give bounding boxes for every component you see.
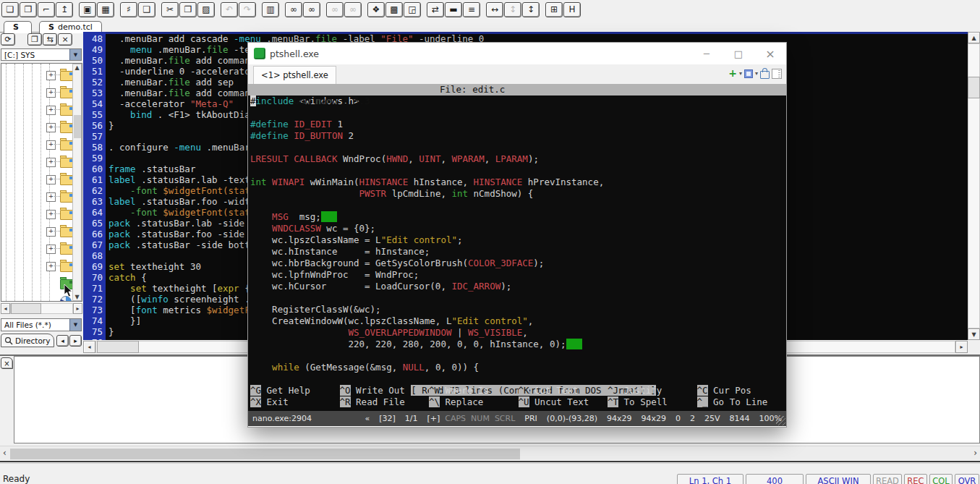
tree-row[interactable]: +	[1, 172, 82, 188]
tree-row[interactable]: +	[1, 103, 82, 119]
tree-row[interactable]: +	[1, 224, 82, 240]
tab-demo-tcl[interactable]: Sdemo.tcl	[39, 21, 102, 33]
conemu-titlebar[interactable]: ptshell.exe ─ □ ×	[248, 43, 786, 64]
expand-plus-icon[interactable]: +	[46, 106, 56, 115]
new-file-button[interactable]: ❏	[1, 2, 19, 17]
collapse-horizontal-button[interactable]: ↔	[486, 2, 503, 17]
copy-formatted-button[interactable]: ▩	[385, 2, 403, 17]
nano-shortcut[interactable]: ^T To Spell	[608, 396, 697, 408]
expand-plus-icon[interactable]: +	[46, 158, 56, 167]
expand-plus-icon[interactable]: +	[46, 192, 56, 202]
nano-terminal[interactable]: GNU nano 2.5.3 File: edit.c #include <wi…	[248, 84, 786, 411]
tree-row[interactable]: +	[1, 120, 82, 136]
tree-row[interactable]: +	[1, 190, 82, 205]
chevron-down-icon[interactable]: ▼	[69, 319, 81, 331]
editor-vscrollbar[interactable]: ▲ ▼	[968, 32, 980, 340]
tab-scroll-right-button[interactable]: ▸	[69, 335, 82, 347]
directory-tree[interactable]: ++++++++++++▲▼	[1, 63, 82, 302]
tree-vscrollbar[interactable]: ▲▼	[72, 64, 82, 301]
nano-shortcut[interactable]: ^X Exit	[250, 396, 340, 408]
nano-shortcut[interactable]: ^_ Go To Line	[697, 396, 787, 408]
save-all-button[interactable]: ▦	[97, 2, 114, 17]
scroll-thumb[interactable]	[97, 341, 139, 353]
dialog-window-button[interactable]: ⊞	[545, 2, 563, 17]
chevron-down-icon[interactable]: ▼	[69, 49, 81, 60]
export-button[interactable]: ◲	[404, 2, 421, 17]
chevron-down-icon[interactable]: ▾	[755, 70, 758, 77]
tree-row[interactable]: +	[1, 137, 82, 153]
expand-plus-icon[interactable]: +	[46, 245, 56, 254]
close-panel-button[interactable]: ×	[1, 357, 13, 369]
expand-plus-icon[interactable]: +	[46, 123, 56, 132]
sync-view-button[interactable]: ⇆	[43, 33, 57, 46]
tree-row[interactable]: +	[1, 242, 82, 258]
expand-plus-icon[interactable]: +	[46, 175, 56, 184]
scroll-thumb[interactable]	[74, 115, 81, 138]
find-replace-button[interactable]: ∞	[303, 2, 320, 17]
scroll-left-icon[interactable]: ◂	[83, 341, 95, 353]
nano-shortcut[interactable]: ^O Write Out	[340, 385, 430, 396]
nano-shortcut[interactable]: ^J Justify	[608, 385, 697, 396]
help-button[interactable]: H	[563, 2, 581, 17]
find-button[interactable]: ∞	[285, 2, 302, 17]
expand-plus-icon[interactable]: +	[46, 88, 56, 98]
nano-shortcut[interactable]: ^\ Replace	[429, 396, 519, 408]
scroll-thumb[interactable]	[11, 303, 41, 314]
toggle-columns-button[interactable]: ▥	[262, 2, 279, 17]
expand-vertical-x-button[interactable]: ↕	[522, 2, 540, 17]
buffer-icon[interactable]	[744, 69, 753, 78]
lock-icon[interactable]	[760, 71, 770, 79]
nano-shortcut[interactable]: ^C Cur Pos	[697, 385, 787, 396]
chevron-down-icon[interactable]: ▾	[739, 70, 742, 77]
tree-row[interactable]: +	[1, 207, 82, 223]
list-markers-button[interactable]: ≡	[463, 2, 480, 17]
directory-tab[interactable]: Directory	[1, 334, 54, 347]
scroll-left-icon[interactable]: ◂	[1, 303, 10, 314]
folder-up-button[interactable]: ↥	[56, 2, 73, 17]
main-hscrollbar[interactable]: ‹ ›	[0, 446, 980, 462]
nano-shortcut[interactable]: ^G Get Help	[250, 385, 340, 396]
tree-row[interactable]: +	[1, 259, 82, 275]
file-filter-selector[interactable]: All Files (*.*) ▼	[1, 318, 82, 331]
paste-button[interactable]: ▨	[197, 2, 215, 17]
scroll-left-icon[interactable]: ‹	[3, 448, 7, 458]
expand-plus-icon[interactable]: +	[46, 140, 56, 150]
open-file-button[interactable]: ❐	[20, 2, 37, 17]
open-session-button[interactable]: ⌐	[38, 2, 55, 17]
refresh-tree-button[interactable]: ⟳	[1, 33, 15, 46]
copy-button[interactable]: ❐	[179, 2, 197, 17]
scroll-thumb[interactable]	[968, 77, 980, 98]
close-panel-button[interactable]: ×	[58, 33, 72, 46]
save-button[interactable]: ▣	[79, 2, 96, 17]
tree-hscrollbar[interactable]: ◂ ▸	[1, 303, 82, 314]
scroll-down-icon[interactable]: ▼	[73, 294, 81, 300]
nano-shortcut[interactable]: ^U Uncut Text	[519, 396, 608, 408]
expand-plus-icon[interactable]: +	[46, 71, 56, 80]
nano-shortcut[interactable]: ^R Read File	[340, 396, 430, 408]
scroll-up-icon[interactable]: ▲	[73, 64, 81, 74]
expand-plus-icon[interactable]: +	[46, 262, 56, 271]
minimize-button[interactable]: ─	[691, 43, 723, 64]
print-preview-button[interactable]: ❑	[138, 2, 155, 17]
tree-row[interactable]: +	[1, 68, 82, 84]
tab-scroll-left-button[interactable]: ◂	[56, 335, 69, 347]
cut-button[interactable]: ✂	[161, 2, 179, 17]
copy-path-button[interactable]: ❐	[27, 33, 42, 46]
tree-row[interactable]: +	[1, 155, 82, 171]
scroll-down-icon[interactable]: ▼	[968, 328, 980, 340]
expand-plus-icon[interactable]: +	[46, 210, 56, 219]
conemu-window[interactable]: ptshell.exe ─ □ × <1> ptshell.exe + ▾ ▾ …	[247, 42, 787, 428]
scroll-right-icon[interactable]: ▸	[73, 303, 82, 314]
indent-swap-button[interactable]: ⇄	[427, 2, 444, 17]
tree-row[interactable]: +	[1, 85, 82, 101]
console-tab[interactable]: <1> ptshell.exe	[253, 66, 336, 84]
new-window-button[interactable]: ❖	[367, 2, 385, 17]
scroll-thumb[interactable]	[10, 449, 520, 459]
tab-untitled[interactable]: S	[4, 21, 32, 33]
print-setup-button[interactable]: ♯	[120, 2, 137, 17]
maximize-button[interactable]: □	[723, 43, 754, 64]
scroll-up-icon[interactable]: ▲	[968, 32, 980, 43]
drive-selector[interactable]: [C:] SYS ▼	[1, 48, 82, 61]
new-console-icon[interactable]: +	[728, 69, 737, 78]
format-brush-button[interactable]: ▬	[445, 2, 462, 17]
